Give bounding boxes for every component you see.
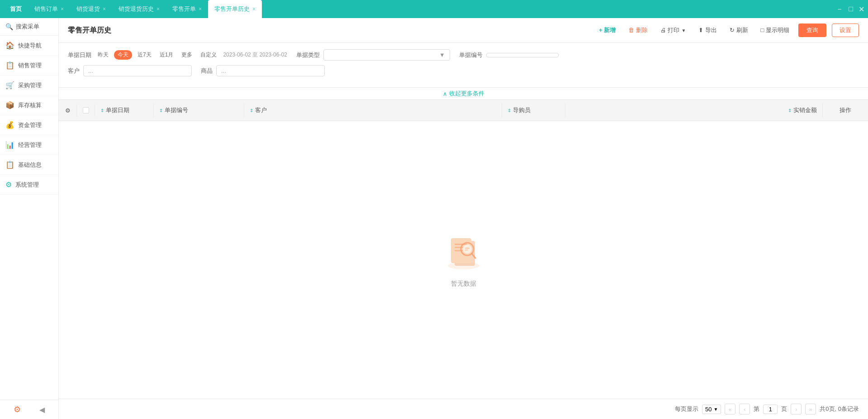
doc-number-input[interactable] xyxy=(486,53,559,57)
sidebar-item-sales-mgmt[interactable]: 📋 销售管理 xyxy=(0,56,58,75)
sidebar-bottom: ⚙ ◀ xyxy=(0,400,58,419)
empty-text: 暂无数据 xyxy=(451,280,476,288)
sidebar-item-basic-info[interactable]: 📋 基础信息 xyxy=(0,155,58,175)
th-guide[interactable]: ⇕ 导购员 xyxy=(502,104,565,117)
maximize-btn[interactable]: □ xyxy=(849,5,853,13)
empty-area: 暂无数据 xyxy=(59,121,868,399)
collapse-label: 收起更多条件 xyxy=(449,89,484,98)
query-button[interactable]: 查询 xyxy=(798,24,826,37)
refresh-button[interactable]: ↻ 刷新 xyxy=(726,24,752,36)
total-info: 共0页, 0条记录 xyxy=(820,405,859,413)
tab-sales-return[interactable]: 销货退货 × xyxy=(70,0,112,18)
filter-row-2: 客户 ... 商品 ... xyxy=(68,65,859,76)
svg-point-7 xyxy=(463,245,472,254)
last-page-btn[interactable]: » xyxy=(805,404,816,414)
per-page-select[interactable]: 50 ▼ xyxy=(702,405,721,414)
svg-rect-9 xyxy=(465,248,470,249)
sidebar-item-system[interactable]: ⚙ 系统管理 xyxy=(0,175,58,195)
delete-button[interactable]: 🗑 删除 xyxy=(625,24,651,36)
print-button[interactable]: 🖨 打印 ▼ xyxy=(657,24,690,36)
sort-date-icon: ⇕ xyxy=(100,108,104,113)
th-number[interactable]: ⇕ 单据编号 xyxy=(154,104,244,117)
customer-label: 客户 xyxy=(68,67,80,75)
goods-label: 商品 xyxy=(201,67,213,75)
date-btn-yesterday[interactable]: 昨天 xyxy=(95,50,111,60)
table-header: ⚙ ⇕ 单据日期 ⇕ 单据编号 ⇕ 客户 ⇕ xyxy=(59,100,868,121)
collapse-bar[interactable]: ∧ 收起更多条件 xyxy=(59,88,868,100)
sales-icon: 📋 xyxy=(5,61,14,70)
close-btn-window[interactable]: ✕ xyxy=(859,5,864,14)
table-area: ⚙ ⇕ 单据日期 ⇕ 单据编号 ⇕ 客户 ⇕ xyxy=(59,100,868,399)
doc-type-label: 单据类型 xyxy=(296,51,320,59)
finance-icon: 💰 xyxy=(5,121,14,129)
goods-input[interactable]: ... xyxy=(216,65,325,76)
prev-page-btn[interactable]: ‹ xyxy=(739,404,750,414)
sidebar: 🔍 搜索采单 🏠 快捷导航 📋 销售管理 🛒 采购管理 📦 库存核算 💰 资金管… xyxy=(0,18,59,419)
th-date[interactable]: ⇕ 单据日期 xyxy=(95,104,154,117)
toolbar: + 新增 🗑 删除 🖨 打印 ▼ ⬆ 导出 ↻ 刷新 □ 显示明细 xyxy=(595,24,859,37)
table-setting-icon: ⚙ xyxy=(65,107,71,114)
sort-number-icon: ⇕ xyxy=(159,108,163,113)
tab-retail-open[interactable]: 零售开单 × xyxy=(166,0,208,18)
export-button[interactable]: ⬆ 导出 xyxy=(695,24,721,36)
collapse-sidebar-icon[interactable]: ◀ xyxy=(39,405,45,414)
page-header: 零售开单历史 + 新增 🗑 删除 🖨 打印 ▼ ⬆ 导出 ↻ 刷新 xyxy=(59,18,868,43)
operation-icon: 📊 xyxy=(5,141,14,149)
sidebar-item-operation[interactable]: 📊 经营管理 xyxy=(0,135,58,155)
tab-home[interactable]: 首页 xyxy=(4,0,28,18)
pagination: 每页显示 50 ▼ « ‹ 第 页 › » 共0页, 0条记录 xyxy=(59,399,868,419)
date-btn-today[interactable]: 今天 xyxy=(114,50,132,60)
tab-retail-history[interactable]: 零售开单历史 × xyxy=(208,0,262,18)
settings-button[interactable]: 设置 xyxy=(832,24,859,37)
tab-sales-return-history[interactable]: 销货退货历史 × xyxy=(112,0,166,18)
settings-bottom-icon[interactable]: ⚙ xyxy=(14,405,21,414)
svg-rect-10 xyxy=(465,250,468,250)
print-dropdown-icon: ▼ xyxy=(681,28,686,33)
new-button[interactable]: + 新增 xyxy=(595,24,619,36)
empty-illustration xyxy=(441,232,486,273)
sidebar-item-quick-nav[interactable]: 🏠 快捷导航 xyxy=(0,36,58,56)
customer-more-icon: ... xyxy=(88,67,93,74)
svg-rect-3 xyxy=(455,244,467,245)
display-cols-button[interactable]: □ 显示明细 xyxy=(757,24,793,36)
date-btn-1month[interactable]: 近1月 xyxy=(157,50,176,60)
close-sales-return[interactable]: × xyxy=(103,6,106,12)
close-retail-open[interactable]: × xyxy=(199,6,202,12)
sidebar-item-purchase-mgmt[interactable]: 🛒 采购管理 xyxy=(0,75,58,95)
goods-more-icon: ... xyxy=(221,67,226,74)
date-btn-custom[interactable]: 自定义 xyxy=(198,50,219,60)
page-label: 第 xyxy=(754,405,759,413)
main-layout: 🔍 搜索采单 🏠 快捷导航 📋 销售管理 🛒 采购管理 📦 库存核算 💰 资金管… xyxy=(0,18,868,419)
doc-type-dropdown-icon: ▼ xyxy=(439,52,445,58)
basic-info-icon: 📋 xyxy=(5,160,14,169)
doc-number-label: 单据编号 xyxy=(459,51,483,59)
date-btn-7days[interactable]: 近7天 xyxy=(135,50,154,60)
th-customer[interactable]: ⇕ 客户 xyxy=(244,104,502,117)
th-setting[interactable]: ⚙ xyxy=(59,104,77,117)
doc-type-select[interactable]: ▼ xyxy=(323,49,450,61)
customer-filter-group: 客户 ... xyxy=(68,65,192,76)
minimize-btn[interactable]: － xyxy=(836,5,843,14)
first-page-btn[interactable]: « xyxy=(725,404,735,414)
tab-sales-order[interactable]: 销售订单 × xyxy=(28,0,70,18)
date-shortcuts: 昨天 今天 近7天 近1月 更多 自定义 xyxy=(95,50,219,60)
page-number-input[interactable] xyxy=(763,405,778,414)
next-page-btn[interactable]: › xyxy=(791,404,802,414)
header-checkbox[interactable] xyxy=(83,107,89,113)
search-icon: 🔍 xyxy=(5,23,13,30)
doc-type-filter-group: 单据类型 ▼ xyxy=(296,49,450,61)
page-title: 零售开单历史 xyxy=(68,26,111,35)
tab-bar: 首页 销售订单 × 销货退货 × 销货退货历史 × 零售开单 × 零售开单历史 … xyxy=(0,0,868,18)
date-btn-more[interactable]: 更多 xyxy=(179,50,195,60)
purchase-icon: 🛒 xyxy=(5,81,14,89)
customer-input[interactable]: ... xyxy=(83,65,192,76)
sort-amount-icon: ⇕ xyxy=(788,108,792,113)
th-checkbox[interactable] xyxy=(77,104,95,116)
sidebar-search[interactable]: 🔍 搜索采单 xyxy=(0,18,58,36)
close-sales-return-history[interactable]: × xyxy=(157,6,160,12)
sidebar-item-finance[interactable]: 💰 资金管理 xyxy=(0,115,58,135)
close-sales-order[interactable]: × xyxy=(61,6,64,12)
th-amount[interactable]: ⇕ 实销金额 xyxy=(565,104,823,117)
close-retail-history[interactable]: × xyxy=(252,6,256,12)
sidebar-item-inventory[interactable]: 📦 库存核算 xyxy=(0,95,58,115)
